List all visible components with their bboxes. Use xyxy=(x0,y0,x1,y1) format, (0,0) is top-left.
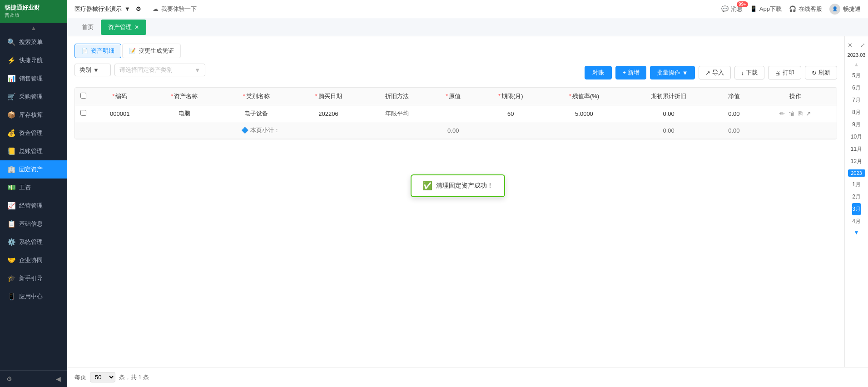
month-item[interactable]: 6月 xyxy=(851,82,862,94)
filter-dropdown-icon: ▼ xyxy=(93,67,99,74)
cell-category: 电子设备 xyxy=(220,105,293,122)
cloud-icon: ☁ xyxy=(153,5,159,12)
download-label: 下载 xyxy=(746,69,758,77)
toolbar: 类别 ▼ 请选择固定资产类别 ▼ 对账 + 新增 批量操作 ▼ xyxy=(74,64,837,82)
month-item[interactable]: 2月 xyxy=(852,191,861,203)
month-item[interactable]: 4月 xyxy=(852,215,861,228)
row-checkbox-cell xyxy=(75,105,91,122)
gear-icon[interactable]: ⚙ xyxy=(136,5,141,12)
search-icon: 🔍 xyxy=(7,38,15,46)
user-menu[interactable]: 👤 畅捷通 xyxy=(829,4,861,15)
more-icon[interactable]: ↗ xyxy=(806,110,811,117)
sidebar-label-quicknav: 快捷导航 xyxy=(19,56,43,64)
sidebar-item-funds[interactable]: 💰资金管理 xyxy=(0,124,67,142)
month-item[interactable]: 5月 xyxy=(851,69,862,82)
sidebar-label-fixed: 固定资产 xyxy=(19,165,43,174)
copy-icon[interactable]: ⎘ xyxy=(799,110,802,117)
months-before: 5月6月7月8月9月10月11月12月 xyxy=(851,69,862,168)
month-item[interactable]: 10月 xyxy=(851,131,862,143)
tab-close-icon[interactable]: ✕ xyxy=(134,24,139,30)
batch-button[interactable]: 批量操作 ▼ xyxy=(650,66,695,79)
subtotal-label: 🔷 本页小计： xyxy=(91,122,430,139)
tab-asset[interactable]: 资产管理 ✕ xyxy=(101,20,146,35)
download-icon: 📱 xyxy=(750,5,757,12)
username: 畅捷通 xyxy=(843,5,861,13)
online-service-btn[interactable]: 🎧 在线客服 xyxy=(789,5,822,13)
category-filter-select[interactable]: 请选择固定资产类别 ▼ xyxy=(114,64,205,76)
sub-tab-voucher[interactable]: 📝 变更生成凭证 xyxy=(122,44,181,58)
sidebar-item-sales[interactable]: 📊销售管理 xyxy=(0,69,67,88)
headset-icon: 🎧 xyxy=(789,5,796,12)
sidebar-item-system[interactable]: ⚙️系统管理 xyxy=(0,233,67,251)
header-checkbox-cell xyxy=(75,88,91,105)
sidebar-item-guide[interactable]: 🎓新手引导 xyxy=(0,269,67,288)
app-download-btn[interactable]: 📱 App下载 xyxy=(750,5,782,13)
sidebar-item-fixed[interactable]: 🏢固定资产 xyxy=(0,160,67,179)
month-item[interactable]: 11月 xyxy=(851,143,862,155)
sidebar-item-purchase[interactable]: 🛒采购管理 xyxy=(0,88,67,106)
month-item[interactable]: 3月 xyxy=(852,203,861,215)
sidebar-item-inventory[interactable]: 📦库存核算 xyxy=(0,106,67,124)
refresh-button[interactable]: ↻ 刷新 xyxy=(805,66,837,79)
operations-icon: 📈 xyxy=(7,202,15,210)
month-item[interactable]: 9月 xyxy=(851,119,862,131)
filter-label: 类别 xyxy=(79,66,91,74)
message-btn[interactable]: 💬 消息 99+ xyxy=(721,5,743,13)
refresh-label: 刷新 xyxy=(818,69,830,77)
category-filter-label[interactable]: 类别 ▼ xyxy=(74,64,111,76)
sidebar-item-apps[interactable]: 📱应用中心 xyxy=(0,288,67,306)
header-original-value: *原值 xyxy=(430,88,477,105)
sidebar-item-ledger[interactable]: 📒总账管理 xyxy=(0,142,67,160)
sidebar-label-enterprise: 企业协同 xyxy=(19,256,43,264)
cell-period: 60 xyxy=(477,105,545,122)
per-page-select[interactable]: 50 100 xyxy=(90,372,115,382)
settings-icon[interactable]: ⚙ xyxy=(6,375,12,382)
panel-down-arrow[interactable]: ▼ xyxy=(854,228,859,238)
import-button[interactable]: ↗ 导入 xyxy=(699,66,731,79)
detail-icon: 📄 xyxy=(81,48,88,54)
sidebar-item-wages[interactable]: 💵工资 xyxy=(0,179,67,197)
per-page-label: 每页 xyxy=(74,373,86,382)
company-selector[interactable]: 医疗器械行业演示 ▼ xyxy=(74,5,130,13)
new-button[interactable]: + 新增 xyxy=(615,66,646,79)
sub-tab-detail-label: 资产明细 xyxy=(91,47,114,55)
edit-icon[interactable]: ✏ xyxy=(779,110,785,117)
sidebar-nav: 🔍搜索菜单⚡快捷导航📊销售管理🛒采购管理📦库存核算💰资金管理📒总账管理🏢固定资产… xyxy=(0,33,67,306)
account-button[interactable]: 对账 xyxy=(585,66,612,79)
experience-btn[interactable]: ☁ 我要体验一下 xyxy=(153,5,197,13)
sub-tab-detail[interactable]: 📄 资产明细 xyxy=(74,44,121,58)
sidebar-item-basic[interactable]: 📋基础信息 xyxy=(0,215,67,233)
table-header-row: *编码 *资产名称 *类别名称 *购买日期 折旧方法 *原值 *期限(月) *残… xyxy=(75,88,837,105)
collapse-icon[interactable]: ◀ xyxy=(56,375,61,382)
print-button[interactable]: 🖨 打印 xyxy=(768,66,801,79)
row-checkbox[interactable] xyxy=(80,110,86,116)
expand-panel-icon[interactable]: ⤢ xyxy=(860,42,865,49)
select-all-checkbox[interactable] xyxy=(80,93,86,99)
enterprise-icon: 🤝 xyxy=(7,256,15,264)
sub-tabs: 📄 资产明细 📝 变更生成凭证 xyxy=(74,44,837,58)
quicknav-icon: ⚡ xyxy=(7,56,15,64)
wages-icon: 💵 xyxy=(7,184,15,192)
sidebar-item-quicknav[interactable]: ⚡快捷导航 xyxy=(0,51,67,69)
filter-select-icon: ▼ xyxy=(194,67,200,74)
sidebar-scroll-up[interactable]: ▲ xyxy=(0,23,67,33)
delete-icon[interactable]: 🗑 xyxy=(789,110,795,117)
sidebar-label-search: 搜索菜单 xyxy=(19,38,43,46)
cell-original-value xyxy=(430,105,477,122)
cell-code: 000001 xyxy=(91,105,148,122)
sidebar-item-enterprise[interactable]: 🤝企业协同 xyxy=(0,251,67,269)
topbar-divider xyxy=(147,5,147,14)
topbar: 医疗器械行业演示 ▼ ⚙ ☁ 我要体验一下 💬 消息 99+ 📱 App下载 🎧… xyxy=(67,0,868,18)
tab-home[interactable]: 首页 xyxy=(74,20,101,35)
month-item[interactable]: 7月 xyxy=(851,94,862,106)
month-item[interactable]: 8月 xyxy=(851,106,862,119)
sidebar-item-operations[interactable]: 📈经营管理 xyxy=(0,197,67,215)
app-name: 畅捷通好业财 xyxy=(5,4,40,12)
panel-up-arrow[interactable]: ▲ xyxy=(854,60,859,69)
download-button[interactable]: ↓ 下载 xyxy=(734,66,765,79)
sidebar-item-search[interactable]: 🔍搜索菜单 xyxy=(0,33,67,51)
close-panel-icon[interactable]: ✕ xyxy=(848,42,853,49)
month-item[interactable]: 12月 xyxy=(851,155,862,168)
month-item[interactable]: 1月 xyxy=(852,179,861,191)
total-count: 条，共 1 条 xyxy=(119,373,149,382)
